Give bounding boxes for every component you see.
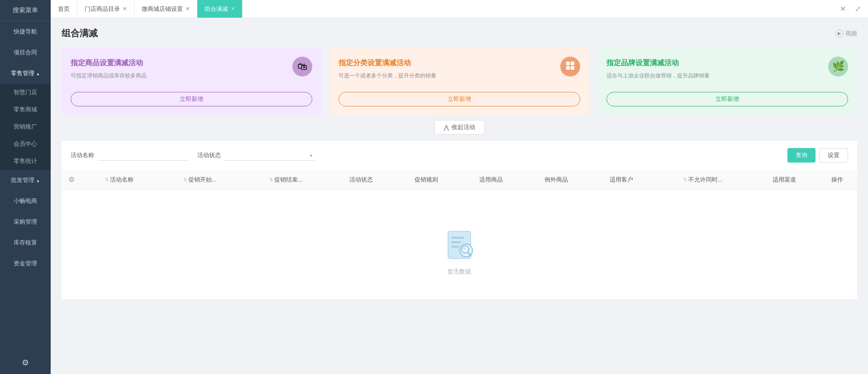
tab-combo-discount-label: 组合满减 (205, 5, 228, 13)
th-not-allow-concurrent-label: ⇅ 不允许同时... (683, 176, 723, 184)
product-card-add-btn[interactable]: 立即新增 (71, 92, 312, 106)
expand-window-btn[interactable]: ⤢ (852, 4, 863, 14)
tab-wechat-store-close[interactable]: ✕ (186, 6, 190, 12)
leaf-icon: 🌿 (832, 61, 844, 72)
gear-icon: ⚙ (68, 176, 75, 183)
bag-icon: 🛍 (297, 61, 307, 72)
th-applicable-channel: 适用渠道 (752, 170, 817, 190)
close-window-btn[interactable]: ✕ (837, 4, 849, 14)
sort-icon-promo-start: ⇅ (183, 177, 187, 182)
empty-state-row: 暂无数据 (62, 190, 857, 300)
table-container: ⚙ ⇅ 活动名称 ⇅ 促销开始.. (62, 170, 857, 300)
sidebar-item-project-contract[interactable]: 项目合同 (0, 42, 51, 63)
promo-card-category: 指定分类设置满减活动 可选一个或者多个分类，提升分类的销量 立即新增 (329, 48, 589, 115)
th-promo-rules: 促销规则 (394, 170, 459, 190)
tab-combo-discount[interactable]: 组合满减 ✕ (197, 0, 243, 18)
filter-table-container: 活动名称 活动状态 进行中 未开始 已结束 ▾ (62, 141, 857, 300)
th-promo-end-label: ⇅ 促销结束... (269, 176, 303, 184)
activity-status-select[interactable]: 进行中 未开始 已结束 (224, 150, 315, 161)
sidebar-search[interactable]: 搜索菜单 (0, 0, 51, 21)
empty-state-text: 暂无数据 (448, 268, 471, 276)
category-card-desc: 可选一个或者多个分类，提升分类的销量 (339, 72, 580, 85)
product-card-desc: 可指定滞销商品或库存较多商品 (71, 72, 312, 85)
sidebar-item-retail-mgmt[interactable]: 零售管理 (0, 63, 51, 84)
brand-card-title: 指定品牌设置满减活动 (606, 58, 848, 68)
collapse-label: 收起活动 (452, 123, 475, 131)
sidebar-item-quick-nav[interactable]: 快捷导航 (0, 21, 51, 42)
settings-icon: ⚙ (22, 358, 29, 367)
activity-name-input[interactable] (98, 150, 188, 161)
settings-btn[interactable]: 设置 (819, 148, 848, 163)
tab-home-label: 首页 (58, 5, 70, 13)
activity-status-label: 活动状态 (197, 151, 221, 159)
th-promo-start[interactable]: ⇅ 促销开始... (157, 170, 243, 190)
activity-name-label: 活动名称 (71, 151, 94, 159)
svg-rect-5 (451, 237, 464, 239)
sidebar-subitem-member-center[interactable]: 会员中心 (0, 135, 51, 153)
sidebar-item-wholesale-mgmt[interactable]: 批发管理 (0, 170, 51, 191)
promo-card-brand: 🌿 指定品牌设置满减活动 适合与上游企业联合做营销，提升品牌销量 立即新增 (597, 48, 857, 115)
video-link[interactable]: ▶ 视频 (835, 29, 857, 38)
sort-icon-activity-name: ⇅ (105, 177, 109, 182)
sidebar-item-fund-mgmt[interactable]: 资金管理 (0, 253, 51, 274)
sidebar-item-xiaochange[interactable]: 小畅电商 (0, 191, 51, 211)
collapse-icon: ⋀ (444, 124, 449, 131)
data-table: ⚙ ⇅ 活动名称 ⇅ 促销开始.. (62, 170, 857, 300)
sidebar-subitem-retail-stats[interactable]: 零售统计 (0, 153, 51, 170)
brand-card-add-btn[interactable]: 立即新增 (606, 92, 848, 106)
svg-point-11 (464, 248, 465, 249)
sidebar-settings[interactable]: ⚙ (0, 351, 51, 374)
th-promo-end[interactable]: ⇅ 促销结束... (243, 170, 329, 190)
filter-actions: 查询 设置 (787, 148, 848, 163)
category-card-add-btn[interactable]: 立即新增 (339, 92, 580, 106)
page-content: 组合满减 ▶ 视频 🛍 指定商品设置满减活动 可指定滞销商品或库存较多商品 立即… (51, 18, 868, 374)
filter-row: 活动名称 活动状态 进行中 未开始 已结束 ▾ (62, 141, 857, 170)
sidebar-subitem-smart-store[interactable]: 智慧门店 (0, 84, 51, 101)
th-activity-name-label: ⇅ 活动名称 (105, 176, 134, 184)
th-not-allow-concurrent[interactable]: ⇅ 不允许同时... (653, 170, 752, 190)
th-actions: 操作 (817, 170, 857, 190)
page-title: 组合满减 (62, 27, 98, 39)
sidebar-subitem-marketing[interactable]: 营销推广 (0, 118, 51, 135)
page-header: 组合满减 ▶ 视频 (62, 27, 857, 39)
filter-activity-status: 活动状态 进行中 未开始 已结束 ▾ (197, 150, 315, 161)
product-card-icon: 🛍 (292, 57, 312, 77)
tab-combo-discount-close[interactable]: ✕ (231, 6, 235, 12)
empty-illustration-icon (437, 222, 482, 268)
th-activity-status: 活动状态 (329, 170, 394, 190)
tab-home[interactable]: 首页 (51, 0, 77, 18)
collapse-bar: ⋀ 收起活动 (62, 115, 857, 141)
tab-store-catalog-close[interactable]: ✕ (123, 6, 127, 12)
activity-status-select-wrapper: 进行中 未开始 已结束 ▾ (224, 150, 315, 161)
sort-icon-concurrent: ⇅ (683, 177, 687, 182)
table-body: 暂无数据 (62, 190, 857, 300)
sidebar-item-purchase-mgmt[interactable]: 采购管理 (0, 211, 51, 232)
query-btn[interactable]: 查询 (787, 148, 816, 163)
promo-card-product: 🛍 指定商品设置满减活动 可指定滞销商品或库存较多商品 立即新增 (62, 48, 321, 115)
th-exception-goods: 例外商品 (524, 170, 589, 190)
svg-rect-3 (571, 66, 574, 70)
tab-wechat-store-label: 微商城店铺设置 (142, 5, 183, 13)
th-gear[interactable]: ⚙ (62, 170, 81, 190)
collapse-activities-btn[interactable]: ⋀ 收起活动 (434, 120, 485, 134)
promo-cards: 🛍 指定商品设置满减活动 可指定滞销商品或库存较多商品 立即新增 (62, 48, 857, 115)
brand-card-desc: 适合与上游企业联合做营销，提升品牌销量 (606, 72, 848, 85)
tab-store-catalog[interactable]: 门店商品目录 ✕ (77, 0, 134, 18)
category-card-title: 指定分类设置满减活动 (339, 58, 580, 68)
sidebar-subitem-retail-mall[interactable]: 零售商城 (0, 101, 51, 118)
empty-state: 暂无数据 (65, 195, 854, 294)
th-activity-name[interactable]: ⇅ 活动名称 (81, 170, 157, 190)
category-card-icon (560, 57, 580, 77)
filter-activity-name: 活动名称 (71, 150, 188, 161)
empty-state-cell: 暂无数据 (62, 190, 857, 300)
th-applicable-goods: 适用商品 (459, 170, 524, 190)
svg-rect-7 (451, 246, 459, 248)
svg-rect-2 (566, 66, 570, 70)
sidebar-item-inventory[interactable]: 库存核算 (0, 232, 51, 253)
svg-rect-6 (451, 241, 461, 243)
tab-wechat-store[interactable]: 微商城店铺设置 ✕ (134, 0, 197, 18)
sort-icon-promo-end: ⇅ (269, 177, 273, 182)
tab-bar: 首页 门店商品目录 ✕ 微商城店铺设置 ✕ 组合满减 ✕ ✕ ⤢ (51, 0, 868, 18)
svg-rect-0 (566, 62, 570, 65)
video-label: 视频 (845, 29, 857, 38)
